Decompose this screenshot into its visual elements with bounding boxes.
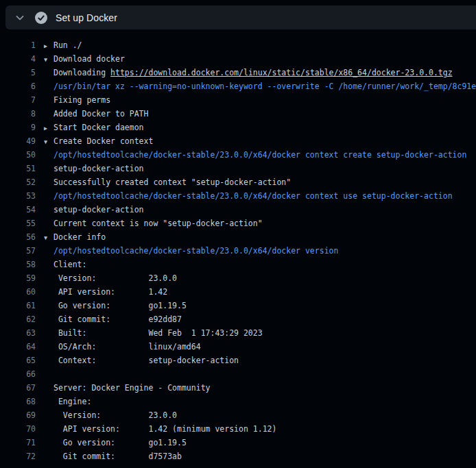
expand-group-icon[interactable]: ▶ [44, 121, 53, 135]
log-text: Server: Docker Engine - Community [53, 383, 210, 393]
log-line-content: setup-docker-action [53, 203, 476, 217]
line-number[interactable]: 8 [0, 107, 36, 121]
line-number[interactable]: 64 [0, 340, 36, 354]
log-line: 54setup-docker-action [0, 203, 476, 217]
log-text: Built: Wed Feb 1 17:43:29 2023 [53, 328, 263, 338]
log-line-content: Server: Docker Engine - Community [53, 381, 476, 395]
actions-log-viewer: Set up Docker 1▶Run ./4▼Download docker5… [0, 0, 476, 468]
log-text: Fixing perms [53, 95, 110, 105]
log-text: Git commit: e92dd87 [53, 315, 182, 324]
line-number[interactable]: 70 [0, 422, 36, 436]
line-number[interactable]: 63 [0, 326, 36, 340]
line-number[interactable]: 6 [0, 79, 36, 93]
line-number[interactable]: 68 [0, 395, 36, 408]
log-text: Run ./ [53, 40, 82, 50]
log-line-content[interactable]: Docker info [53, 230, 476, 244]
line-number[interactable]: 69 [0, 408, 36, 422]
log-text: setup-docker-action [53, 164, 144, 173]
line-number[interactable]: 71 [0, 436, 36, 449]
log-line: 7Fixing perms [0, 93, 476, 107]
line-number[interactable]: 53 [0, 189, 36, 203]
log-group-header[interactable]: 9▶Start Docker daemon [0, 121, 476, 134]
log-line: 57/opt/hostedtoolcache/docker-stable/23.… [0, 244, 476, 258]
line-number[interactable]: 52 [0, 175, 36, 189]
log-line: 64 OS/Arch: linux/amd64 [0, 340, 476, 354]
line-number[interactable]: 67 [0, 381, 36, 395]
line-number[interactable]: 54 [0, 203, 36, 217]
chevron-down-icon[interactable] [14, 12, 25, 23]
log-line: 60 API version: 1.42 [0, 285, 476, 299]
log-link[interactable]: https://download.docker.com/linux/static… [110, 68, 453, 77]
log-line-content: Git commit: e92dd87 [53, 312, 476, 326]
log-line: 50/opt/hostedtoolcache/docker-stable/23.… [0, 148, 476, 162]
log-line-content: Added Docker to PATH [53, 107, 476, 121]
line-number[interactable]: 57 [0, 244, 36, 258]
log-line-content: Downloading https://download.docker.com/… [53, 66, 476, 79]
log-line: 63 Built: Wed Feb 1 17:43:29 2023 [0, 326, 476, 340]
expand-group-icon[interactable]: ▶ [44, 39, 53, 53]
log-line-content[interactable]: Start Docker daemon [53, 121, 476, 134]
line-number[interactable]: 7 [0, 93, 36, 107]
log-line: 65 Context: setup-docker-action [0, 354, 476, 367]
log-lines: 1▶Run ./4▼Download docker5Downloading ht… [0, 29, 476, 468]
log-group-header[interactable]: 56▼Docker info [0, 230, 476, 244]
line-number[interactable]: 55 [0, 217, 36, 230]
collapse-group-icon[interactable]: ▼ [44, 135, 53, 149]
line-number[interactable]: 50 [0, 148, 36, 162]
command-text: /usr/bin/tar xz --warning=no-unknown-key… [53, 82, 476, 91]
line-number[interactable]: 72 [0, 449, 36, 463]
log-line-content: /opt/hostedtoolcache/docker-stable/23.0.… [53, 148, 476, 162]
line-number[interactable]: 56 [0, 230, 36, 244]
log-line: 69 Version: 23.0.0 [0, 408, 476, 422]
log-text: Context: setup-docker-action [53, 356, 239, 365]
log-line-content[interactable]: Run ./ [53, 38, 476, 52]
log-line-content: Built: Wed Feb 1 17:43:29 2023 [53, 326, 476, 340]
log-line: 72 Git commit: d7573ab [0, 449, 476, 463]
log-text: Go version: go1.19.5 [53, 438, 187, 447]
step-header[interactable]: Set up Docker [5, 5, 476, 29]
line-number[interactable]: 49 [0, 134, 36, 148]
log-line-content: Engine: [53, 395, 476, 408]
line-number[interactable]: 9 [0, 121, 36, 134]
line-number[interactable]: 4 [0, 52, 36, 66]
log-text: OS/Arch: linux/amd64 [53, 342, 201, 352]
command-text: /opt/hostedtoolcache/docker-stable/23.0.… [53, 246, 338, 256]
log-text: Current context is now "setup-docker-act… [53, 219, 263, 228]
log-line: 55Current context is now "setup-docker-a… [0, 217, 476, 230]
log-text: Client: [53, 260, 86, 269]
collapse-group-icon[interactable]: ▼ [44, 53, 53, 66]
step-title: Set up Docker [56, 12, 117, 23]
log-group-header[interactable]: 49▼Create Docker context [0, 134, 476, 148]
check-circle-icon [35, 12, 47, 24]
log-line: 67Server: Docker Engine - Community [0, 381, 476, 395]
line-number[interactable]: 65 [0, 354, 36, 367]
line-number[interactable]: 1 [0, 38, 36, 52]
log-text: Added Docker to PATH [53, 109, 148, 119]
log-line: 66 [0, 367, 476, 381]
log-text: setup-docker-action [53, 205, 144, 214]
line-number[interactable]: 62 [0, 312, 36, 326]
log-line-content: setup-docker-action [53, 162, 476, 175]
log-line-content: /opt/hostedtoolcache/docker-stable/23.0.… [53, 189, 476, 203]
log-text: Downloading [53, 68, 110, 77]
log-text: Git commit: d7573ab [53, 452, 182, 461]
line-number[interactable]: 66 [0, 367, 36, 381]
log-line: 53/opt/hostedtoolcache/docker-stable/23.… [0, 189, 476, 203]
line-number[interactable]: 51 [0, 162, 36, 175]
log-text: Docker info [53, 232, 106, 242]
log-line: 61 Go version: go1.19.5 [0, 299, 476, 312]
log-line-content: Version: 23.0.0 [53, 408, 476, 422]
log-group-header[interactable]: 4▼Download docker [0, 52, 476, 66]
line-number[interactable]: 58 [0, 258, 36, 271]
line-number[interactable]: 59 [0, 271, 36, 285]
log-line: 8Added Docker to PATH [0, 107, 476, 121]
line-number[interactable]: 5 [0, 66, 36, 79]
line-number[interactable]: 60 [0, 285, 36, 299]
log-line-content: Fixing perms [53, 93, 476, 107]
log-group-header[interactable]: 1▶Run ./ [0, 38, 476, 52]
line-number[interactable]: 61 [0, 299, 36, 312]
collapse-group-icon[interactable]: ▼ [44, 231, 53, 245]
log-line: 71 Go version: go1.19.5 [0, 436, 476, 449]
log-line-content[interactable]: Create Docker context [53, 134, 476, 148]
log-line-content[interactable]: Download docker [53, 52, 476, 66]
